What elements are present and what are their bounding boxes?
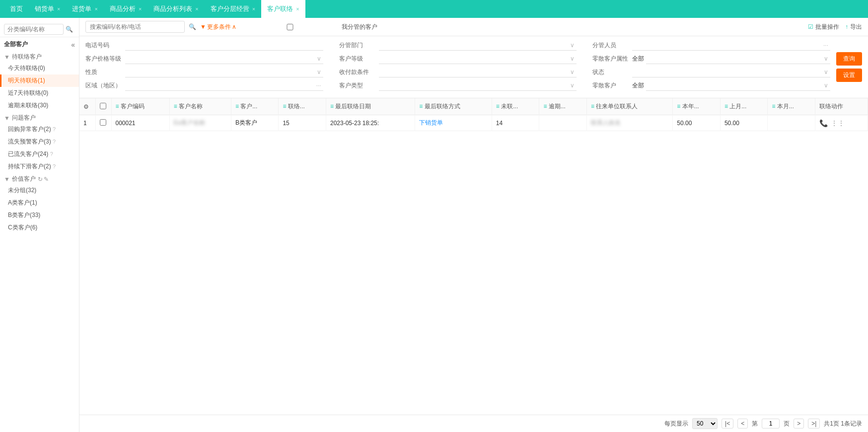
my-customers-checkbox[interactable] xyxy=(240,24,340,30)
row-contact-person-value: 联系人姓名 xyxy=(591,119,621,126)
row-this-year: 50.00 xyxy=(673,115,721,131)
nav-customer-contact[interactable]: 客户联络 × xyxy=(261,0,305,18)
sidebar-all-customers-label: 全部客户 xyxy=(4,40,28,49)
col-contact-person-icon: ≡ xyxy=(591,103,594,110)
phone-label: 电话号码 xyxy=(85,41,125,50)
batch-ops-btn[interactable]: ☑ 批量操作 xyxy=(808,23,839,31)
retail-attr-label: 零散客户属性 xyxy=(592,55,632,63)
sidebar-item-repurchase-abnormal[interactable]: 回购异常客户(2) ? xyxy=(0,123,79,136)
value-edit-icon[interactable]: ✎ xyxy=(44,176,49,183)
filter-search-icon[interactable]: 🔍 xyxy=(189,23,196,30)
nav-goods-analysis-list-label: 商品分析列表 xyxy=(153,4,192,13)
row-contact-person: 联系人姓名 xyxy=(586,115,672,131)
sidebar-group-pending[interactable]: ▼ 待联络客户 xyxy=(0,51,79,62)
sidebar-search-icon[interactable]: 🔍 xyxy=(66,26,73,33)
col-type-label: 客户... xyxy=(240,103,257,110)
row-action-more-icon[interactable]: ⋮⋮ xyxy=(831,119,845,127)
sidebar-item-today-pending[interactable]: 今天待联络(0) xyxy=(0,62,79,74)
sidebar-group-problem[interactable]: ▼ 问题客户 xyxy=(0,112,79,123)
retail-attr-select[interactable]: ∨ xyxy=(646,54,830,64)
more-conditions-caret: ∧ xyxy=(232,23,236,30)
nature-caret: ∨ xyxy=(317,69,321,75)
filter-row-1: 电话号码 分管部门 ∨ 分管人员 xyxy=(85,40,830,51)
sidebar-item-overdue[interactable]: 逾期未联络(30) xyxy=(0,99,79,112)
value-refresh-icon[interactable]: ↻ xyxy=(38,176,43,183)
select-all-checkbox[interactable] xyxy=(100,103,106,109)
sidebar-item-week-pending[interactable]: 近7天待联络(0) xyxy=(0,87,79,99)
col-this-month-icon: ≡ xyxy=(772,103,775,110)
retail-select[interactable]: ∨ xyxy=(646,80,830,91)
nature-select[interactable]: ∨ xyxy=(125,67,323,77)
pagination-bar: 每页显示 50 100 200 |< < 第 页 > >| 共1页 1条记录 xyxy=(79,415,868,432)
col-code-icon: ≡ xyxy=(116,103,119,110)
nav-goods-analysis-close[interactable]: × xyxy=(139,6,142,12)
sidebar-group-value[interactable]: ▼ 价值客户 ↻ ✎ xyxy=(0,173,79,184)
filter-row-3: 性质 ∨ 收付款条件 ∨ xyxy=(85,67,830,77)
page-input[interactable] xyxy=(762,419,780,429)
phone-input[interactable] xyxy=(125,40,323,51)
per-page-select[interactable]: 50 100 200 xyxy=(692,418,718,429)
sidebar-search-input[interactable] xyxy=(4,24,64,35)
first-page-btn[interactable]: |< xyxy=(722,419,733,429)
row-last-contact-method-link[interactable]: 下销货单 xyxy=(419,119,443,126)
status-select[interactable]: ∨ xyxy=(632,67,830,77)
nav-sales[interactable]: 销货单 × xyxy=(29,0,66,18)
sidebar-item-churn-warning[interactable]: 流失预警客户(3) ? xyxy=(0,136,79,148)
nav-goods-analysis-list[interactable]: 商品分析列表 × xyxy=(147,0,204,18)
retail-inline-label: 全部 xyxy=(632,81,644,90)
nav-home[interactable]: 首页 xyxy=(4,0,29,18)
col-no-contact: ≡ 未联... xyxy=(492,98,539,115)
sidebar-item-tomorrow-pending[interactable]: 明天待联络(1) xyxy=(0,74,79,87)
query-button[interactable]: 查询 xyxy=(836,52,862,66)
filter-actions: 查询 设置 xyxy=(836,40,862,94)
nav-goods-analysis-list-close[interactable]: × xyxy=(195,6,198,12)
help-icon-0: ? xyxy=(53,126,56,132)
nav-sales-label: 销货单 xyxy=(35,4,54,13)
customer-type-label: 客户类型 xyxy=(339,81,379,90)
export-btn[interactable]: ↑ 导出 xyxy=(845,23,862,31)
filter-cell-person: 分管人员 ··· xyxy=(592,40,830,51)
prev-page-btn[interactable]: < xyxy=(737,419,748,429)
sidebar-collapse-icon[interactable]: « xyxy=(71,41,75,49)
dept-select[interactable]: ∨ xyxy=(379,40,577,51)
batch-ops-icon: ☑ xyxy=(808,23,813,30)
nav-customer-segment[interactable]: 客户分层经营 × xyxy=(205,0,261,18)
customer-level-select[interactable]: ∨ xyxy=(379,54,577,64)
more-conditions-btn[interactable]: ▼ 更多条件 ∧ xyxy=(200,23,236,31)
sidebar-search-row: 🔍 xyxy=(0,22,79,37)
region-select[interactable]: ··· xyxy=(125,80,323,91)
help-icon-3: ? xyxy=(53,163,56,169)
sidebar-item-churned[interactable]: 已流失客户(24) ? xyxy=(0,148,79,160)
nav-customer-segment-label: 客户分层经营 xyxy=(211,4,249,13)
nav-purchase-close[interactable]: × xyxy=(94,6,97,12)
sidebar-all-customers[interactable]: 全部客户 « xyxy=(0,37,79,51)
settings-gear-icon[interactable]: ⚙ xyxy=(83,103,89,110)
customer-type-select[interactable]: ∨ xyxy=(379,80,577,91)
nav-purchase[interactable]: 进货单 × xyxy=(66,0,103,18)
settings-button[interactable]: 设置 xyxy=(836,69,862,82)
nav-goods-analysis[interactable]: 商品分析 × xyxy=(104,0,147,18)
retail-attr-inline-label: 全部 xyxy=(632,55,644,63)
nav-customer-contact-label: 客户联络 xyxy=(267,4,293,13)
sidebar-item-class-a[interactable]: A类客户(1) xyxy=(0,197,79,209)
col-name-icon: ≡ xyxy=(174,103,177,110)
search-input[interactable] xyxy=(85,21,185,33)
sidebar-item-class-c[interactable]: C类客户(6) xyxy=(0,221,79,234)
sidebar-item-ungrouped[interactable]: 未分组(32) xyxy=(0,184,79,197)
row-action-phone-icon[interactable]: 📞 xyxy=(819,119,828,127)
my-customers-checkbox-label[interactable]: 我分管的客户 xyxy=(240,23,377,31)
filter-cell-retail: 零散客户 全部 ∨ xyxy=(592,80,830,91)
sidebar-item-class-b[interactable]: B类客户(33) xyxy=(0,209,79,221)
person-select[interactable]: ··· xyxy=(632,40,830,51)
sidebar-item-declining[interactable]: 持续下滑客户(2) ? xyxy=(0,160,79,173)
nav-customer-segment-close[interactable]: × xyxy=(252,6,255,12)
col-last-method-icon: ≡ xyxy=(419,103,423,110)
last-page-btn[interactable]: >| xyxy=(808,419,820,429)
nav-customer-contact-close[interactable]: × xyxy=(296,6,299,12)
next-page-btn[interactable]: > xyxy=(794,419,804,429)
payment-select[interactable]: ∨ xyxy=(379,67,577,77)
price-level-select[interactable]: ∨ xyxy=(125,54,323,64)
row-last-contact-date-value: 2023-05-23 18:25: xyxy=(330,120,379,127)
row-select-checkbox[interactable] xyxy=(100,119,106,126)
nav-sales-close[interactable]: × xyxy=(57,6,60,12)
